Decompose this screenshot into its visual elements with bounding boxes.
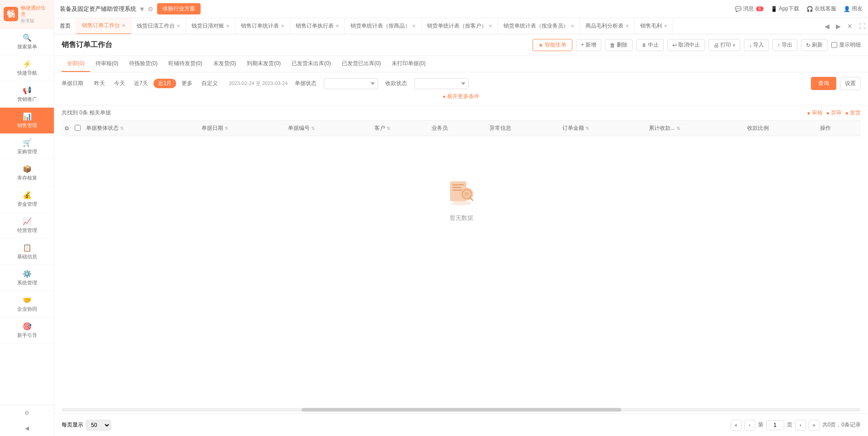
tab-7[interactable]: 销货单统计表（按客户）✕ — [422, 18, 498, 34]
show-detail-label[interactable]: 显示明细 — [831, 41, 861, 49]
tab-5[interactable]: 销售订单执行表✕ — [290, 18, 345, 34]
tab-0[interactable]: 首页 — [54, 18, 77, 34]
horizontal-scrollbar[interactable] — [62, 408, 861, 412]
tab-prev-btn[interactable]: ◀ — [822, 23, 832, 30]
sidebar-collapse-btn[interactable]: ◀ — [0, 421, 54, 436]
nav-icon-10: 🤝 — [23, 296, 32, 304]
sidebar-item-快捷导航[interactable]: ⚡快捷导航 — [0, 55, 54, 81]
sidebar-item-企业协同[interactable]: 🤝企业协同 — [0, 291, 54, 318]
nav-icon-11: 🎯 — [23, 322, 32, 331]
sub-tab-4[interactable]: 未发货(0) — [208, 56, 242, 72]
revoke-action-btn[interactable]: ● 弃审 — [826, 109, 842, 117]
select-all-checkbox[interactable] — [75, 125, 81, 131]
online-service-btn[interactable]: 🎧 在线客服 — [806, 5, 836, 13]
page-input[interactable] — [766, 420, 784, 430]
sidebar-item-搜索菜单[interactable]: 🔍搜索菜单 — [0, 29, 54, 55]
page-first-btn[interactable]: « — [731, 420, 742, 431]
date-opt-4[interactable]: 更多 — [178, 79, 196, 88]
sidebar-item-经营管理[interactable]: 📈经营管理 — [0, 213, 54, 239]
date-opt-0[interactable]: 昨天 — [91, 79, 109, 88]
show-detail-checkbox[interactable] — [831, 42, 837, 48]
import-btn[interactable]: ↓ 导入 — [744, 39, 769, 51]
date-opt-5[interactable]: 自定义 — [198, 79, 221, 88]
tab-6[interactable]: 销货单统计表（按商品）✕ — [345, 18, 422, 34]
page-last-btn[interactable]: » — [809, 420, 820, 431]
user-btn[interactable]: 👤 用友 — [844, 5, 863, 13]
page-size-select[interactable]: 102050100 — [86, 420, 111, 431]
expand-btn[interactable]: ▾ 展开更多条件 — [443, 93, 480, 100]
sidebar-item-系统管理[interactable]: ⚙️系统管理 — [0, 265, 54, 291]
tab-close-3[interactable]: ✕ — [226, 24, 230, 28]
tab-close-6[interactable]: ✕ — [412, 24, 416, 28]
delete-btn[interactable]: 🗑 删除 — [605, 39, 633, 51]
print-btn[interactable]: 🖨 打印 ▾ — [709, 39, 740, 51]
tab-2[interactable]: 钱货日清工作台✕ — [131, 18, 186, 34]
sub-tab-6[interactable]: 已发货未出库(0) — [286, 56, 336, 72]
tab-close-all-btn[interactable]: ✕ — [844, 23, 855, 30]
sub-tab-label-8: 未打印单据(0) — [392, 60, 426, 66]
date-opt-3[interactable]: 近1月 — [153, 79, 177, 88]
filter-row-1: 单据日期 昨天今天近7天近1月更多自定义 2023-02-24 至 2023-0… — [62, 77, 861, 90]
sub-tab-3[interactable]: 旺铺待发货(0) — [163, 56, 208, 72]
filter-setting-btn[interactable]: 设置 — [840, 77, 861, 90]
smart-gen-btn[interactable]: ★ 智能生单 — [532, 39, 572, 51]
date-opt-1[interactable]: 今天 — [110, 79, 129, 88]
tab-fullscreen-btn[interactable]: ⛶ — [856, 23, 868, 30]
tab-close-2[interactable]: ✕ — [177, 24, 180, 28]
refresh-btn[interactable]: ↻ 刷新 — [801, 39, 828, 51]
sidebar-item-资金管理[interactable]: 💰资金管理 — [0, 186, 54, 213]
tab-1[interactable]: 销售订单工作台✕ — [77, 18, 131, 34]
sub-tab-0[interactable]: 全部(0) — [62, 56, 90, 72]
nav-label-7: 经营管理 — [17, 227, 37, 234]
sub-tab-8[interactable]: 未打印单据(0) — [386, 56, 431, 72]
tab-4[interactable]: 销售订单统计表✕ — [235, 18, 290, 34]
tab-10[interactable]: 销售毛利✕ — [635, 18, 673, 34]
message-btn[interactable]: 💬 消息 6 — [735, 5, 763, 13]
audit-action-btn[interactable]: ● 审核 — [807, 109, 822, 117]
tab-next-btn[interactable]: ▶ — [833, 23, 844, 30]
sub-tab-7[interactable]: 已发货已出库(0) — [336, 56, 387, 72]
tab-close-10[interactable]: ✕ — [664, 24, 667, 28]
sidebar-item-新手引导[interactable]: 🎯新手引导 — [0, 318, 54, 344]
total-info: 共0页，0条记录 — [822, 421, 861, 429]
add-btn[interactable]: + 新增 — [576, 39, 601, 51]
sub-tab-1[interactable]: 待审核(0) — [90, 56, 124, 72]
sidebar-item-采购管理[interactable]: 🛒采购管理 — [0, 134, 54, 160]
status-select[interactable] — [324, 78, 378, 89]
user-icon: 👤 — [844, 6, 850, 12]
tab-close-1[interactable]: ✕ — [122, 23, 125, 28]
sidebar-item-基础信息[interactable]: 📋基础信息 — [0, 239, 54, 265]
tab-close-7[interactable]: ✕ — [489, 24, 492, 28]
export-btn[interactable]: ↑ 导出 — [772, 39, 797, 51]
col-salesperson: 业务员 — [429, 121, 487, 136]
nav-icon-4: 🛒 — [23, 138, 32, 147]
page-prev-btn[interactable]: ‹ — [744, 420, 755, 431]
sidebar-settings-btn[interactable]: ⚙ — [0, 405, 54, 421]
app-download-btn[interactable]: 📱 App下载 — [771, 5, 799, 13]
industry-btn[interactable]: 体验行业方案 — [157, 3, 201, 14]
nav-icon-2: 📢 — [23, 86, 32, 95]
page-next-btn[interactable]: › — [795, 420, 806, 431]
cancel-stop-btn[interactable]: ↩ 取消中止 — [667, 39, 705, 51]
tab-9[interactable]: 商品毛利分析表✕ — [580, 18, 635, 34]
stop-btn[interactable]: ⏸ 中止 — [636, 39, 664, 51]
system-settings-btn[interactable]: ⚙ — [148, 5, 153, 13]
tab-3[interactable]: 钱货日清对账✕ — [186, 18, 235, 34]
sub-tab-5[interactable]: 到期未发货(0) — [241, 56, 286, 72]
date-opt-2[interactable]: 近7天 — [130, 79, 152, 88]
system-dropdown-btn[interactable]: ▾ — [140, 4, 144, 14]
tab-close-4[interactable]: ✕ — [281, 24, 284, 28]
nav-label-0: 搜索菜单 — [17, 43, 37, 50]
ship-action-btn[interactable]: ● 发货 — [845, 109, 861, 117]
sidebar-item-库存核算[interactable]: 📦库存核算 — [0, 160, 54, 186]
payment-filter-label: 收款状态 — [385, 80, 407, 87]
payment-select[interactable] — [414, 78, 469, 89]
sidebar-item-营销推广[interactable]: 📢营销推广 — [0, 81, 54, 108]
tab-close-9[interactable]: ✕ — [625, 24, 629, 28]
tab-8[interactable]: 销货单统计表（按业务员）✕ — [498, 18, 580, 34]
sidebar-item-销售管理[interactable]: 📊销售管理 — [0, 108, 54, 134]
tab-close-8[interactable]: ✕ — [571, 24, 574, 28]
tab-close-5[interactable]: ✕ — [336, 24, 339, 28]
query-btn[interactable]: 查询 — [811, 77, 836, 90]
sub-tab-2[interactable]: 待拣验货(0) — [124, 56, 163, 72]
